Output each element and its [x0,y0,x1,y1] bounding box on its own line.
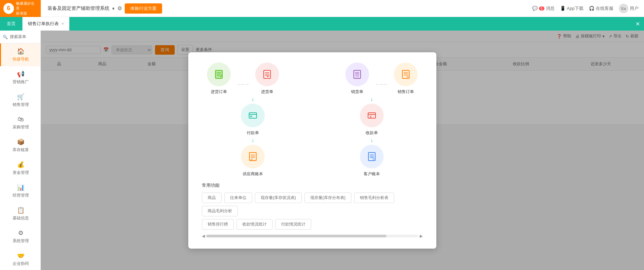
flow-node-purchase[interactable]: 进货单 [250,62,284,95]
sidebar-item-system[interactable]: ⚙ 系统管理 [0,225,40,248]
sidebar-item-label: 资金管理 [13,170,29,176]
flow-col-receipt: ↓ ¥ 收款单 [355,95,389,177]
window-close-btn[interactable]: ✕ [636,21,640,27]
func-btn-stock-status[interactable]: 现存量(库存状况表) [255,193,302,203]
tab-sales-order-label: 销售订单执行表 [28,21,59,27]
supplier-ledger-label: 供应商账本 [243,171,263,177]
sidebar-item-label: 营销推广 [13,79,29,85]
func-btn-partner[interactable]: 往来单位 [224,193,252,203]
flow-col-payment: ↓ 付款单 [236,95,270,177]
flow-node-customer-ledger[interactable]: 客户账本 [355,145,389,177]
tab-close-icon[interactable]: × [62,21,64,26]
svg-rect-27 [368,113,376,118]
logo-line2: 标准版 [16,11,37,16]
svg-rect-0 [215,70,222,78]
flow-node-supplier-ledger[interactable]: 账 供应商账本 [236,145,270,177]
app-download-label: App下载 [567,5,584,12]
sale-order-icon [394,62,418,86]
message-btn[interactable]: 💬 5 消息 [532,5,555,12]
sidebar-item-enterprise[interactable]: 🤝 企业协同 [0,248,40,270]
sidebar-item-quicknav[interactable]: 🏠 快捷导航 [0,43,40,66]
func-buttons: 商品 往来单位 现存量(库存状况表) 现存量(库存分布表) 销售毛利分析表 商品… [202,193,423,216]
arrow-down-receipt: ↓ [370,96,373,102]
func-btn-payment-stats[interactable]: 付款情况统计 [275,219,311,230]
bag-icon: 🛍 [18,116,24,123]
sidebar-item-label: 经营管理 [13,193,29,198]
purchase-order-label: 进货订单 [211,89,227,95]
tab-bar-right: ✕ [636,21,644,27]
message-label: 消息 [546,5,555,12]
arrow-so-to-sale: - - - -→ [376,81,387,95]
app-download-btn[interactable]: 📱 App下载 [560,5,584,12]
logo-symbol: 6 [7,5,10,12]
user-menu[interactable]: Ea 用户 [619,4,639,13]
sidebar-item-basic-info[interactable]: 📋 基础信息 [0,202,40,225]
flow-node-receipt[interactable]: ¥ 收款单 [355,104,389,136]
system-dropdown-btn[interactable]: ▾ [112,6,115,11]
flow-diagram-row1: 进货订单 - - - -→ [202,62,423,95]
payment-label: 付款单 [247,130,259,136]
avatar: Ea [619,4,628,13]
flow-node-payment[interactable]: 付款单 [236,104,270,136]
func-btn-product[interactable]: 商品 [202,193,222,203]
logo-line1: 畅康通好生意 [16,1,37,11]
megaphone-icon: 📢 [17,70,24,78]
svg-rect-5 [264,70,271,78]
flow-spacer2 [270,95,355,177]
gear-icon: ⚙ [18,229,23,237]
header-right: 💬 5 消息 📱 App下载 🎧 在线客服 Ea 用户 [532,4,639,13]
sidebar-item-label: 快捷导航 [13,56,29,62]
scrollbar-track[interactable] [206,235,418,237]
trial-btn[interactable]: 体验行业方案 [125,3,162,14]
scrollbar-container: ◀ ▶ [202,234,423,238]
flow-diagram-row2: ↓ 付款单 [202,95,423,177]
sale-icon [345,62,369,86]
flow-node-sale[interactable]: 销货单 [340,62,374,95]
purchase-order-icon [207,62,231,86]
func-btn-stock-dist[interactable]: 现存量(库存分布表) [304,193,351,203]
sidebar-item-label: 系统管理 [13,238,29,244]
avatar-text: Ea [621,6,626,11]
sidebar-search[interactable]: 🔍 搜索菜单 [0,31,40,43]
modal-overlay[interactable]: 进货订单 - - - -→ [41,31,644,270]
customer-ledger-icon [360,145,384,168]
func-btn-sales-rank[interactable]: 销售排行榜 [202,219,234,230]
sidebar-item-label: 采购管理 [13,124,29,130]
message-icon: 💬 [532,6,538,11]
func-btn-sale-margin[interactable]: 销售毛利分析表 [354,193,394,203]
arrow-down-customer: ↓ [370,137,373,143]
flow-node-sale-order[interactable]: 销售订单 [389,62,423,95]
common-func-title: 常用功能 [202,182,423,188]
logo-icon: 6 [3,3,14,14]
sidebar-item-marketing[interactable]: 📢 营销推广 [0,66,40,89]
sidebar-item-business[interactable]: 📊 经营管理 [0,180,40,202]
func-buttons-row2: 销售排行榜 收款情况统计 付款情况统计 [202,219,423,230]
flow-node-purchase-order[interactable]: 进货订单 [202,62,236,95]
tab-sales-order[interactable]: 销售订单执行表 × [22,17,69,31]
content-area: ❓ 帮助 🖨 按模板打印 ▾ ↗ 导出 ↻ 刷新 📅 单据状态 [41,31,644,270]
cart-icon: 🛒 [17,93,24,101]
system-title: 装备及固定资产辅助管理系统 [48,5,109,12]
search-icon: 🔍 [3,35,8,39]
sale-order-label: 销售订单 [398,89,414,95]
svg-rect-13 [355,76,359,77]
online-service-btn[interactable]: 🎧 在线客服 [589,5,613,12]
money-icon: 💰 [17,161,24,168]
purchase-icon [255,62,279,86]
sidebar-item-sales[interactable]: 🛒 销售管理 [0,89,40,112]
settings-btn[interactable]: ⚙ [117,5,122,12]
top-header: 6 畅康通好生意 标准版 装备及固定资产辅助管理系统 ▾ ⚙ 体验行业方案 💬 … [0,0,644,17]
scrollbar-thumb [206,235,386,237]
sidebar-item-finance[interactable]: 💰 资金管理 [0,157,40,180]
modal-box: 进货订单 - - - -→ [188,52,436,249]
sidebar-item-inventory[interactable]: 📦 库存核算 [0,134,40,157]
handshake-icon: 🤝 [17,252,24,259]
scroll-right-btn[interactable]: ▶ [420,234,423,238]
sidebar-item-purchase[interactable]: 🛍 采购管理 [0,112,40,134]
func-btn-receipt-stats[interactable]: 收款情况统计 [237,219,273,230]
scroll-left-btn[interactable]: ◀ [202,234,205,238]
func-btn-product-margin[interactable]: 商品毛利分析 [202,206,238,216]
tab-home[interactable]: 首页 [0,17,22,31]
svg-rect-19 [249,113,257,118]
tab-bar: 首页 销售订单执行表 × ✕ [0,17,644,31]
